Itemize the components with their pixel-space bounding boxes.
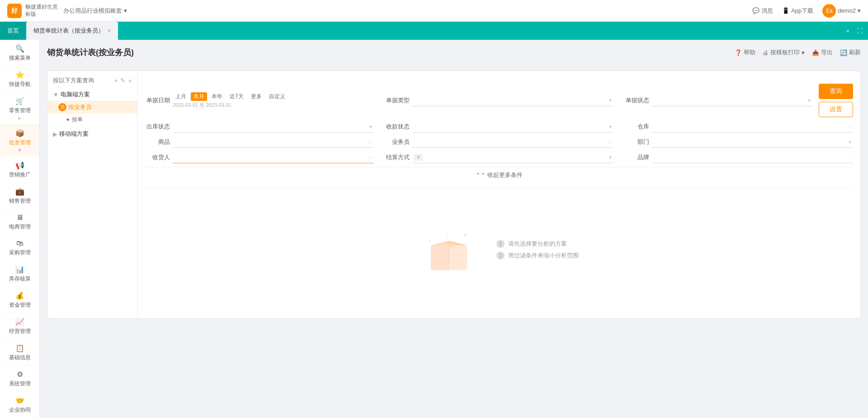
settings-button[interactable]: 设置 — [819, 102, 853, 117]
topbar-right: 💬 消息 📱 App下载 Ea demo2 ▾ — [752, 4, 861, 18]
schema-group-mobile-header[interactable]: ▶ 移动端方案 — [47, 128, 137, 140]
out-status-control[interactable]: ▾ — [173, 121, 374, 133]
date-tab-custom[interactable]: 自定义 — [266, 92, 288, 101]
sidebar-item-finance[interactable]: 💰 资金管理 — [0, 287, 39, 313]
dept-chevron-icon: ▾ — [849, 139, 851, 145]
avatar: Ea — [822, 4, 836, 18]
doc-type-chevron-icon: ▾ — [609, 97, 612, 104]
message-button[interactable]: 💬 消息 — [752, 7, 773, 15]
sidebar-item-purchase[interactable]: 🛍 采购管理 — [0, 235, 39, 261]
sidebar-item-ecommerce[interactable]: 🖥 电商管理 — [0, 209, 39, 235]
briefcase-icon: 💼 — [15, 187, 24, 196]
schema-group-desktop-header[interactable]: ▼ 电脑端方案 — [47, 88, 137, 101]
out-status-label: 出库状态 — [145, 123, 170, 131]
edit-schema-button[interactable]: ✎ — [120, 77, 126, 84]
app-dropdown[interactable]: 办公用品行业模拟账套 ▾ — [63, 7, 127, 15]
settlement-label: 结算方式 — [385, 153, 410, 162]
box-icon: 📦 — [15, 129, 24, 138]
collapse-button[interactable]: ⌃⌃ 收起更多条件 — [476, 171, 523, 179]
date-label: 单据日期 — [145, 96, 170, 104]
warehouse-dots-icon: ··· — [847, 124, 851, 130]
logo-icon: 好 — [7, 4, 22, 18]
receive-status-chevron-icon: ▾ — [609, 124, 612, 130]
schema-header: 按以下方案查询 + ✎ « — [47, 76, 137, 88]
print-button[interactable]: 🖨 按模板打印 ▾ — [763, 48, 805, 57]
megaphone-icon: 📢 — [15, 161, 24, 170]
date-tab-this-month[interactable]: 本月 — [191, 92, 207, 101]
date-tab-more[interactable]: 更多 — [248, 92, 264, 101]
consignee-label: 收货人 — [145, 153, 170, 162]
filter-row-3: 商品 ··· 业务员 — [145, 136, 853, 148]
sidebar-item-system[interactable]: ⚙ 系统管理 — [0, 366, 39, 392]
warehouse-control[interactable]: ··· — [652, 121, 853, 133]
settlement-control[interactable]: × ▾ — [412, 152, 613, 163]
settlement-filter-cell: 结算方式 × ▾ — [385, 152, 613, 163]
refresh-button[interactable]: 🔄 刷新 — [840, 48, 861, 57]
tab-close-window-icon[interactable]: × — [846, 28, 849, 34]
tab-home[interactable]: 首页 — [0, 22, 26, 40]
settlement-chevron-icon: ▾ — [609, 154, 612, 161]
collapse-panel-button[interactable]: « — [128, 77, 132, 84]
empty-state: ✦ ✦ ↑ 1 — [145, 189, 853, 311]
sidebar-item-shortcut[interactable]: ⭐ 快捷导航 — [0, 66, 39, 92]
print-chevron-icon: ▾ — [802, 49, 805, 56]
user-menu[interactable]: Ea demo2 ▾ — [822, 4, 861, 18]
sidebar-item-enterprise[interactable]: 🤝 企业协同 — [0, 392, 39, 418]
product-dots-icon: ··· — [368, 139, 372, 145]
sidebar-item-retail[interactable]: 🛒 零售管理 ▶ — [0, 92, 39, 124]
query-button[interactable]: 查询 — [819, 84, 853, 99]
brand-control[interactable]: ··· — [652, 152, 853, 163]
content-wrapper: 销货单统计表(按业务员) ❓ 帮助 🖨 按模板打印 ▾ 📤 导出 — [40, 40, 868, 418]
consignee-filter-cell: 收货人 ··· — [145, 152, 374, 163]
receive-status-control[interactable]: ▾ — [412, 121, 613, 133]
export-button[interactable]: 📤 导出 — [812, 48, 833, 57]
collapse-up-icon: ⌃⌃ — [476, 172, 486, 179]
sidebar-item-wholesale[interactable]: 📦 批发管理 ▼ — [0, 124, 39, 157]
add-schema-button[interactable]: + — [114, 77, 118, 84]
doc-type-control[interactable]: ▾ — [412, 95, 613, 106]
doc-status-filter-cell: 单据状态 ▾ 查询 设置 — [624, 84, 853, 117]
svg-rect-3 — [431, 245, 449, 270]
sidebar-item-marketing[interactable]: 📢 营销推广 — [0, 157, 39, 183]
app-download-button[interactable]: 📱 App下载 — [782, 7, 813, 15]
tabbar: 首页 销货单统计表（按业务员） × × ⛶ — [0, 22, 868, 40]
sidebar-item-operation[interactable]: 📈 经营管理 — [0, 313, 39, 339]
tab-close-icon[interactable]: × — [108, 28, 111, 34]
schema-item-by-order[interactable]: ✦ 按单 — [47, 114, 137, 126]
doc-status-control[interactable]: ▾ — [652, 95, 812, 106]
message-icon: 💬 — [752, 7, 760, 14]
settlement-tag-close-icon[interactable]: × — [417, 154, 420, 161]
date-filter-cell: 单据日期 上月 本月 本年 近7天 更多 自定义 — [145, 84, 374, 117]
schema-item-by-salesperson[interactable]: 员 按业务员 — [47, 101, 137, 114]
tab-fullscreen-icon[interactable]: ⛶ — [857, 28, 863, 34]
empty-tip-2: 2 用过滤条件来缩小分析范围 — [496, 252, 579, 260]
date-tab-7days[interactable]: 近7天 — [227, 92, 246, 101]
salesperson-control[interactable]: ··· — [412, 136, 613, 148]
left-column: 按以下方案查询 + ✎ « ▼ 电脑端方案 — [47, 71, 138, 318]
cart-icon: 🛒 — [15, 97, 24, 105]
money-icon: 💰 — [15, 291, 24, 300]
tab-active[interactable]: 销货单统计表（按业务员） × — [26, 22, 118, 40]
sidebar-item-inventory[interactable]: 📊 库存核算 — [0, 261, 39, 287]
sidebar-item-basic[interactable]: 📋 基础信息 — [0, 339, 39, 366]
consignee-control[interactable]: ··· — [173, 152, 374, 163]
svg-text:✦: ✦ — [428, 239, 431, 244]
svg-text:✦: ✦ — [462, 232, 468, 239]
tip-num-2: 2 — [496, 252, 505, 260]
gear-icon: ⚙ — [17, 370, 23, 379]
date-tab-this-year[interactable]: 本年 — [209, 92, 225, 101]
print-icon: 🖨 — [763, 49, 769, 56]
help-button[interactable]: ❓ 帮助 — [735, 48, 755, 57]
salesperson-filter-cell: 业务员 ··· — [385, 136, 613, 148]
doc-status-chevron-icon: ▾ — [808, 97, 811, 104]
order-schema-icon: ✦ — [66, 117, 70, 123]
product-control[interactable]: ··· — [173, 136, 374, 148]
sidebar-item-search[interactable]: 🔍 搜索菜单 — [0, 40, 39, 66]
salesperson-dots-icon: ··· — [607, 139, 612, 145]
out-status-chevron-icon: ▾ — [369, 124, 372, 130]
chevron-down-icon: ▼ — [18, 148, 22, 152]
sidebar-item-sales[interactable]: 💼 销售管理 — [0, 183, 39, 209]
product-filter-cell: 商品 ··· — [145, 136, 374, 148]
date-tab-last-month[interactable]: 上月 — [173, 92, 189, 101]
dept-control[interactable]: ▾ — [652, 136, 853, 148]
